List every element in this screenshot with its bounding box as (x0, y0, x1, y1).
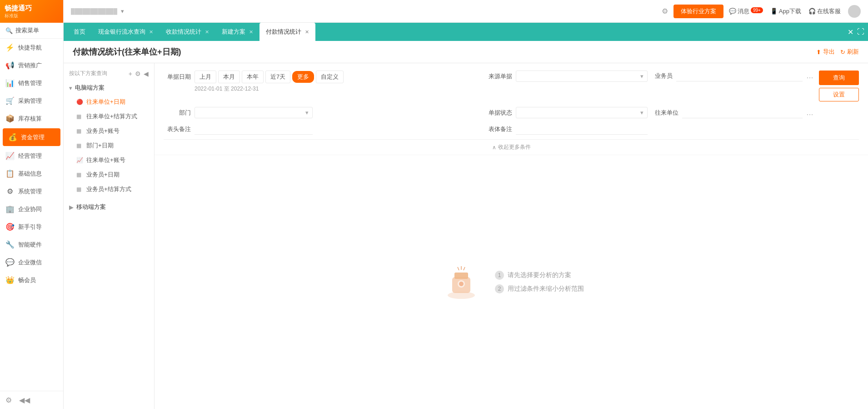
sidebar-item-shortcut[interactable]: ⚡ 快捷导航 (0, 39, 63, 56)
scheme-item-label: 往来单位+日期 (86, 98, 125, 106)
sidebar-item-basic[interactable]: 📋 基础信息 (0, 165, 63, 182)
date-btn-custom[interactable]: 自定义 (316, 71, 344, 83)
sidebar-item-enterprise[interactable]: 🏢 企业协同 (0, 200, 63, 218)
refresh-label: 刷新 (847, 48, 859, 56)
scheme-item-staff-account[interactable]: ▦ 业务员+账号 (64, 124, 154, 138)
app-download-link[interactable]: 📱 App下载 (770, 7, 801, 15)
date-btn-more[interactable]: 更多 (292, 71, 314, 83)
sidebar-item-hardware[interactable]: 🔧 智能硬件 (0, 236, 63, 253)
scheme-item-staff-settle[interactable]: ▦ 业务员+结算方式 (64, 182, 154, 197)
sidebar-item-finance[interactable]: 💰 资金管理 (3, 128, 60, 146)
tab-home[interactable]: 首页 (67, 23, 92, 41)
message-link[interactable]: 💬 消息 99+ (729, 7, 763, 15)
status-select[interactable]: ▾ (516, 107, 648, 118)
query-button[interactable]: 查询 (819, 71, 859, 85)
sidebar-item-label: 资金管理 (21, 133, 45, 141)
settings-button[interactable]: 设置 (819, 88, 859, 101)
app-download-label: App下载 (779, 7, 801, 15)
sidebar-item-label: 畅会员 (18, 276, 36, 284)
search-label: 搜索菜单 (15, 26, 39, 35)
sidebar-item-system[interactable]: ⚙ 系统管理 (0, 182, 63, 200)
tab-payment[interactable]: 付款情况统计 ✕ (259, 23, 315, 41)
topbar: ████████████ ▾ ⚙ 体验行业方案 💬 消息 99+ 📱 App下载… (64, 0, 868, 23)
tab-new-scheme[interactable]: 新建方案 ✕ (215, 23, 259, 41)
enterprise-icon: 🏢 (5, 205, 15, 213)
svg-line-6 (464, 267, 465, 270)
scheme-item-unit-settle[interactable]: ▦ 往来单位+结算方式 (64, 109, 154, 124)
tab-receivable-close[interactable]: ✕ (205, 29, 209, 35)
sidebar-item-operations[interactable]: 📈 经营管理 (0, 147, 63, 165)
scheme-item-staff-date[interactable]: ▦ 业务员+日期 (64, 167, 154, 182)
export-button[interactable]: ⬆ 导出 (816, 48, 835, 56)
desktop-category[interactable]: ▾ 电脑端方案 (64, 81, 154, 95)
tab-receivable[interactable]: 收款情况统计 ✕ (160, 23, 215, 41)
body-note-input[interactable] (516, 124, 648, 135)
related-unit-input[interactable] (682, 107, 803, 118)
dept-select[interactable]: ▾ (195, 107, 313, 118)
tab-bank-label: 现金银行流水查询 (98, 28, 145, 36)
expand-tabs-icon[interactable]: ⛶ (857, 28, 864, 36)
collapse-sidebar-icon[interactable]: ◀◀ (19, 396, 30, 404)
trial-button[interactable]: 体验行业方案 (673, 5, 723, 18)
staff-input[interactable] (676, 71, 803, 81)
collapse-filter-button[interactable]: ∧ 收起更多条件 (164, 139, 859, 155)
sidebar-item-purchase[interactable]: 🛒 采购管理 (0, 92, 63, 110)
date-btn-7days[interactable]: 近7天 (265, 71, 290, 83)
tab-bank[interactable]: 现金银行流水查询 ✕ (92, 23, 160, 41)
search-icon: 🔍 (5, 27, 13, 34)
add-scheme-icon[interactable]: + (129, 70, 132, 77)
staff-more-icon[interactable]: … (806, 72, 813, 80)
collapse-label: 收起更多条件 (498, 143, 531, 151)
scheme-item-unit-date[interactable]: 🔴 往来单位+日期 (64, 95, 154, 109)
sidebar-item-guide[interactable]: 🎯 新手引导 (0, 218, 63, 236)
sidebar-item-label: 采购管理 (18, 97, 42, 105)
marketing-icon: 📢 (5, 61, 15, 70)
sidebar-item-marketing[interactable]: 📢 营销推广 (0, 56, 63, 74)
sidebar-item-wechat[interactable]: 💬 企业微信 (0, 253, 63, 271)
date-btn-last-month[interactable]: 上月 (195, 71, 216, 83)
sidebar-item-vip[interactable]: 👑 畅会员 (0, 271, 63, 289)
source-select[interactable]: ▾ (516, 71, 648, 82)
purchase-icon: 🛒 (5, 96, 15, 105)
scheme-icon-4: ▦ (76, 142, 84, 149)
collapse-scheme-icon[interactable]: ◀ (144, 70, 149, 77)
scheme-item-dept-date[interactable]: ▦ 部门+日期 (64, 138, 154, 153)
sidebar-item-sales[interactable]: 📊 销售管理 (0, 74, 63, 92)
search-menu[interactable]: 🔍 搜索菜单 (0, 23, 63, 39)
scheme-item-unit-account[interactable]: 📈 往来单位+账号 (64, 153, 154, 167)
content-area: 付款情况统计(往来单位+日期) ⬆ 导出 ↻ 刷新 按以下方案查询 + (64, 41, 868, 409)
date-btn-this-month[interactable]: 本月 (218, 71, 240, 83)
inventory-icon: 📦 (5, 114, 15, 123)
tab-bank-close[interactable]: ✕ (149, 29, 153, 35)
address-dropdown-icon[interactable]: ▾ (121, 8, 124, 15)
basic-icon: 📋 (5, 169, 15, 178)
category-arrow-icon: ▾ (69, 85, 72, 91)
scheme-item-label: 业务员+日期 (86, 171, 120, 179)
user-avatar[interactable] (848, 5, 861, 18)
tip-1-text: 请先选择要分析的方案 (508, 271, 571, 279)
online-service-link[interactable]: 🎧 在线客服 (808, 7, 841, 15)
tab-new-scheme-close[interactable]: ✕ (249, 29, 253, 35)
settings-bottom-icon[interactable]: ⚙ (5, 396, 12, 404)
scheme-item-label: 业务员+结算方式 (86, 185, 131, 193)
sidebar-item-label: 库存核算 (18, 115, 42, 123)
sidebar-item-inventory[interactable]: 📦 库存核算 (0, 110, 63, 127)
mobile-category[interactable]: ▶ 移动端方案 (64, 200, 154, 214)
tab-payment-close[interactable]: ✕ (305, 29, 309, 35)
related-unit-more-icon[interactable]: … (806, 109, 813, 117)
scheme-panel-actions: + ⚙ ◀ (129, 70, 149, 77)
sidebar-item-label: 企业协同 (18, 205, 42, 213)
tip-num-2: 2 (495, 284, 504, 293)
tabs-right-controls: ✕ ⛶ (848, 28, 864, 36)
close-all-tabs-icon[interactable]: ✕ (848, 28, 853, 36)
export-icon: ⬆ (816, 49, 821, 56)
topbar-settings-icon[interactable]: ⚙ (662, 7, 668, 15)
empty-tip-2: 2 用过滤条件来缩小分析范围 (495, 284, 584, 293)
empty-state: 1 请先选择要分析的方案 2 用过滤条件来缩小分析范围 (155, 155, 868, 409)
guide-icon: 🎯 (5, 222, 15, 231)
scheme-settings-icon[interactable]: ⚙ (135, 70, 141, 77)
sidebar-item-label: 系统管理 (18, 187, 42, 196)
date-btn-this-year[interactable]: 本年 (242, 71, 264, 83)
header-note-input[interactable] (195, 124, 313, 135)
refresh-button[interactable]: ↻ 刷新 (840, 48, 859, 56)
